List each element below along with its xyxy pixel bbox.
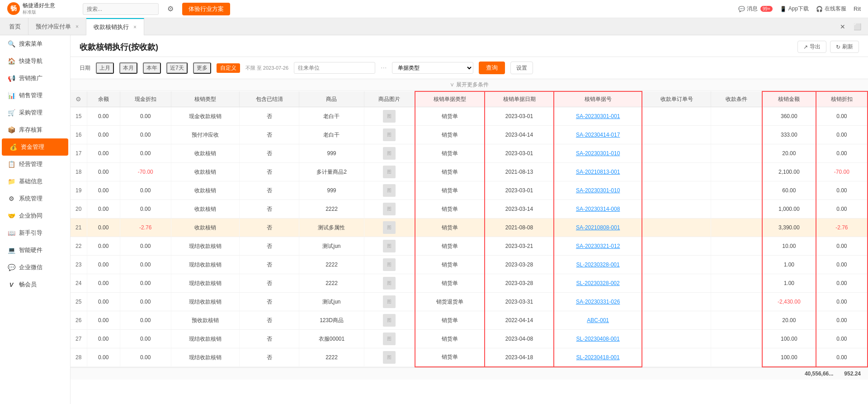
page-header-actions: ↗ 导出 ↻ 刷新 <box>797 41 859 53</box>
tab-prepay-close[interactable]: × <box>75 24 79 30</box>
cell-receipt-condition <box>711 181 762 200</box>
sidebar-item-quicknav[interactable]: 🏠 快捷导航 <box>0 52 70 70</box>
sidebar-item-guide[interactable]: 📖 新手引导 <box>0 224 70 242</box>
sidebar-item-basicinfo[interactable]: 📁 基础信息 <box>0 173 70 190</box>
cell-verify-type: 收款核销 <box>171 181 240 200</box>
cell-bill-no[interactable]: SA-20210813-001 <box>554 163 642 181</box>
more-date-button[interactable]: 更多 <box>193 62 211 74</box>
sidebar-item-system[interactable]: ⚙ 系统管理 <box>0 190 70 207</box>
cell-bill-no[interactable]: SL-20230418-001 <box>554 348 642 367</box>
this-year-button[interactable]: 本年 <box>143 62 161 74</box>
cell-id: 21 <box>71 219 87 237</box>
tab-receipt-verify[interactable]: 收款核销执行 × <box>86 18 144 35</box>
refresh-button[interactable]: ↻ 刷新 <box>830 41 859 53</box>
bill-no-link[interactable]: SA-20210808-001 <box>576 224 620 231</box>
bill-no-link[interactable]: ABC-001 <box>587 317 609 323</box>
bill-no-link[interactable]: SA-20230301-001 <box>576 113 620 119</box>
this-month-button[interactable]: 本月 <box>119 62 137 74</box>
bill-no-link[interactable]: SL-20230418-001 <box>576 354 620 361</box>
cell-bill-no[interactable]: SA-20230321-012 <box>554 237 642 256</box>
cell-product: 2222 <box>299 256 364 274</box>
sales-icon: 📊 <box>7 92 15 99</box>
sidebar-item-operation[interactable]: 📋 经营管理 <box>0 156 70 173</box>
cell-receipt-order <box>642 348 711 367</box>
cell-verify-type: 收款核销 <box>171 200 240 219</box>
cell-bill-no[interactable]: SA-20230301-010 <box>554 144 642 163</box>
bill-no-link[interactable]: SL-20230328-002 <box>576 280 620 286</box>
cell-bill-no[interactable]: SA-20210808-001 <box>554 219 642 237</box>
cell-bill-no[interactable]: SA-20230301-010 <box>554 181 642 200</box>
online-service-label: 在线客服 <box>825 5 846 13</box>
sidebar-item-wechat[interactable]: 💬 企业微信 <box>0 259 70 276</box>
notification-button[interactable]: 💬 消息 99+ <box>738 5 773 13</box>
bill-no-link[interactable]: SA-20230301-010 <box>576 187 620 194</box>
cell-verify-type: 现结收款核销 <box>171 330 240 348</box>
bill-no-link[interactable]: SL-20230408-001 <box>576 336 620 342</box>
partner-input[interactable] <box>294 62 375 74</box>
cell-cash-discount: 0.00 <box>120 181 171 200</box>
tab-bar: 首页 预付冲应付单 × 收款核销执行 × ✕ ⬜ <box>0 18 868 35</box>
cell-receipt-condition <box>711 237 762 256</box>
cell-bill-no[interactable]: SL-20230408-001 <box>554 330 642 348</box>
sidebar-item-member[interactable]: V 畅会员 <box>0 276 70 293</box>
cell-bill-no[interactable]: SA-20230314-008 <box>554 200 642 219</box>
industry-solution-button[interactable]: 体验行业方案 <box>182 3 230 15</box>
online-service-button[interactable]: 🎧 在线客服 <box>816 5 846 13</box>
bill-no-link[interactable]: SA-20230314-008 <box>576 206 620 212</box>
bill-no-link[interactable]: SL-20230328-001 <box>576 261 620 268</box>
sidebar-item-marketing[interactable]: 📢 营销推广 <box>0 70 70 87</box>
cell-balance: 0.00 <box>87 181 120 200</box>
maximize-window-button[interactable]: ⬜ <box>852 21 863 32</box>
sidebar-item-purchase[interactable]: 🛒 采购管理 <box>0 104 70 121</box>
cell-bill-no[interactable]: SA-20230301-001 <box>554 107 642 126</box>
cell-verify-amount: 100.00 <box>762 330 816 348</box>
cell-bill-no[interactable]: SL-20230328-001 <box>554 256 642 274</box>
close-window-button[interactable]: ✕ <box>837 21 848 32</box>
bill-no-link[interactable]: SA-20230414-017 <box>576 132 620 138</box>
export-icon: ↗ <box>803 44 808 50</box>
column-settings-icon[interactable]: ⚙ <box>75 95 81 103</box>
sidebar-item-inventory[interactable]: 📦 库存核算 <box>0 121 70 138</box>
table-row: 15 0.00 0.00 现金收款核销 否 老白干 图 销货单 2023-03-… <box>71 107 868 126</box>
collab-icon: 🤝 <box>7 212 15 219</box>
cell-bill-no[interactable]: SA-20230331-026 <box>554 293 642 311</box>
setting-button[interactable]: 设置 <box>510 62 533 74</box>
sidebar-member-label: 畅会员 <box>19 280 37 289</box>
bill-no-link[interactable]: SA-20210813-001 <box>576 169 620 175</box>
cell-bill-no[interactable]: ABC-001 <box>554 311 642 330</box>
col-settings[interactable]: ⚙ <box>71 91 87 107</box>
bill-no-link[interactable]: SA-20230331-026 <box>576 299 620 305</box>
tab-receipt-close[interactable]: × <box>133 24 137 30</box>
cell-verify-amount: -2,430.00 <box>762 293 816 311</box>
settings-gear-button[interactable]: ⚙ <box>164 3 177 15</box>
bill-no-link[interactable]: SA-20230301-010 <box>576 150 620 157</box>
cell-bill-type: 销货单 <box>415 219 484 237</box>
cell-product-image: 图 <box>364 237 415 256</box>
bill-no-link[interactable]: SA-20230321-012 <box>576 243 620 249</box>
cell-bill-no[interactable]: SA-20230414-017 <box>554 126 642 144</box>
query-button[interactable]: 查询 <box>479 62 505 74</box>
bill-type-select[interactable]: 单据类型 <box>392 62 473 74</box>
cell-bill-type: 销货退货单 <box>415 293 484 311</box>
tab-home-label: 首页 <box>9 23 21 31</box>
last-month-button[interactable]: 上月 <box>96 62 114 74</box>
search-input[interactable] <box>83 3 159 15</box>
expand-more-bar[interactable]: ∨ 展开更多条件 <box>71 79 868 91</box>
cell-bill-type: 销货单 <box>415 163 484 181</box>
data-table-container[interactable]: ⚙ 余额 现金折扣 核销类型 包含已结清 商品 商品图片 核销单据类型 核销单据… <box>71 91 868 404</box>
cell-receipt-order <box>642 219 711 237</box>
notification-label: 消息 <box>747 5 758 13</box>
tab-prepay-bill[interactable]: 预付冲应付单 × <box>28 18 86 35</box>
sidebar-item-collab[interactable]: 🤝 企业协同 <box>0 207 70 224</box>
cell-bill-no[interactable]: SL-20230328-002 <box>554 274 642 293</box>
tab-home[interactable]: 首页 <box>0 18 28 35</box>
sidebar-item-hardware[interactable]: 💻 智能硬件 <box>0 242 70 259</box>
app-download-button[interactable]: 📱 App下载 <box>780 5 809 13</box>
sidebar-item-sales[interactable]: 📊 销售管理 <box>0 87 70 104</box>
sidebar-item-search[interactable]: 🔍 搜索菜单 <box>0 35 70 52</box>
cell-bill-date: 2023-04-18 <box>485 348 554 367</box>
sidebar-item-finance[interactable]: 💰 资金管理 <box>2 138 68 156</box>
7days-button[interactable]: 近7天 <box>166 62 188 74</box>
export-button[interactable]: ↗ 导出 <box>797 41 826 53</box>
custom-date-button[interactable]: 自定义 <box>217 63 240 73</box>
